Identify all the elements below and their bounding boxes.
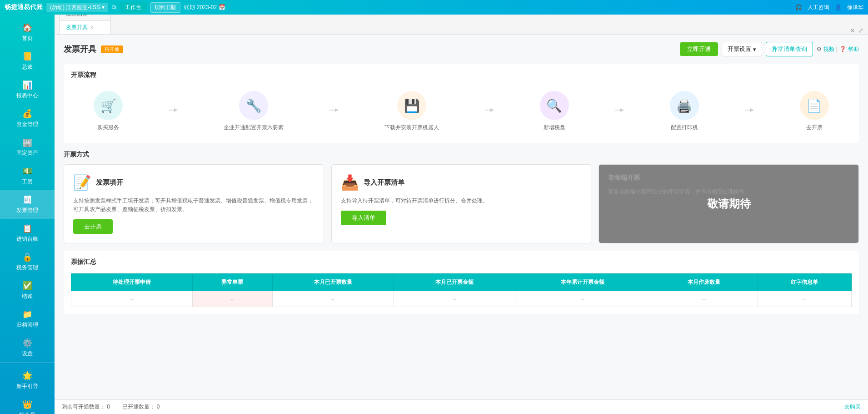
process-step-1[interactable]: 🔧 企业开通配置开票六要素 — [224, 91, 284, 131]
sidebar-icon: 📁 — [22, 309, 32, 319]
sidebar-item-label: 资金管理 — [16, 121, 38, 128]
process-step-5[interactable]: 📄 去开票 — [800, 91, 829, 131]
process-step-0[interactable]: 🛒 购买服务 — [94, 91, 123, 131]
tab-label: 发票测算 — [66, 15, 88, 18]
sidebar-icon: ✅ — [22, 281, 32, 291]
sidebar-item-固定资产[interactable]: 🏢 固定资产 — [0, 133, 55, 162]
close-icon[interactable]: ✕ — [850, 27, 855, 34]
abnormal-query-button[interactable]: 异常清单查询 — [766, 42, 813, 56]
buy-link[interactable]: 去购买 — [844, 403, 861, 411]
sidebar-bottom: 🌟 新手引导 👑 畅会员 📌 取消固定 — [0, 362, 55, 414]
svg-marker-7 — [620, 108, 624, 112]
tab-close-icon[interactable]: × — [90, 15, 93, 16]
svg-marker-3 — [335, 108, 339, 112]
sidebar-item-首页[interactable]: 🏠 首页 — [0, 18, 55, 47]
summary-col-header: 本年累计开票金额 — [515, 274, 650, 291]
process-arrow-icon — [329, 106, 339, 116]
sidebar-icon: 🌟 — [22, 371, 32, 381]
process-step-label: 去开票 — [806, 124, 823, 131]
go-invoice-button[interactable]: 去开票 — [73, 219, 113, 234]
process-step-label: 购买服务 — [97, 124, 119, 131]
process-step-4[interactable]: 🖨️ 配置打印机 — [670, 91, 699, 131]
sidebar-icon: 🧾 — [22, 195, 32, 205]
sidebar-item-label: 新手引导 — [16, 383, 38, 390]
settings-button[interactable]: 开票设置 ▾ — [722, 42, 762, 56]
tab-发票测算[interactable]: 发票测算× — [59, 15, 111, 20]
process-step-icon: 🖨️ — [670, 91, 699, 120]
sidebar-item-工资[interactable]: 💵 工资 — [0, 162, 55, 190]
summary-table: 待处理开票申请异常单票本月已开票数量本月已开票金额本年累计开票金额本月作废数量红… — [71, 273, 852, 307]
status-badge: 待开通 — [101, 45, 123, 53]
sidebar-item-label: 归档管理 — [16, 321, 38, 329]
process-step-label: 下载并安装开票机器人 — [384, 124, 439, 131]
sidebar-item-结账[interactable]: ✅ 结账 — [0, 276, 55, 305]
import-list-button[interactable]: 导入清单 — [341, 211, 386, 225]
svg-marker-9 — [750, 108, 754, 112]
sidebar-icon: 🏠 — [22, 23, 32, 33]
process-arrow-icon — [169, 106, 178, 116]
user-service-label[interactable]: 人工咨询 — [808, 4, 829, 11]
settings-label: 开票设置 — [728, 45, 751, 53]
sidebar-item-label: 进销台账 — [16, 235, 38, 243]
sidebar-item-新手引导[interactable]: 🌟 新手引导 — [0, 366, 55, 395]
company-selector[interactable]: (勿动) 江西服宝-LSS ▾ — [46, 3, 108, 12]
open-now-button[interactable]: 立即开通 — [680, 42, 718, 56]
top-bar-left: 畅捷通易代账 (勿动) 江西服宝-LSS ▾ ⧉ 工作台 切到旧版 账期 202… — [5, 2, 225, 13]
process-step-label: 配置打印机 — [671, 124, 698, 131]
sidebar-item-畅会员[interactable]: 👑 畅会员 — [0, 395, 55, 414]
sidebar-item-资金管理[interactable]: 💰 资金管理 — [0, 104, 55, 133]
help-icon: ❓ — [839, 46, 846, 52]
tab-发票开具[interactable]: 发票开具× — [59, 20, 111, 34]
page-header: 发票开具 待开通 立即开通 开票设置 ▾ 异常清单查询 ⚙ 视频 | ❓ — [64, 42, 859, 56]
sidebar-item-设置[interactable]: ⚙️ 设置 — [0, 333, 55, 362]
expand-icon[interactable]: ⤢ — [858, 27, 863, 34]
view-label[interactable]: 视频 — [823, 45, 834, 53]
calendar-icon[interactable]: 📅 — [219, 4, 225, 10]
svg-marker-1 — [174, 108, 178, 112]
process-step-label: 新增税盘 — [544, 124, 565, 131]
process-step-2[interactable]: 💾 下载并安装开票机器人 — [384, 91, 439, 131]
sidebar-item-税务管理[interactable]: 🔒 税务管理 — [0, 247, 55, 276]
company-name: (勿动) 江西服宝-LSS — [50, 4, 100, 11]
summary-section: 票据汇总 待处理开票申请异常单票本月已开票数量本月已开票金额本年累计开票金额本月… — [64, 251, 859, 314]
sidebar-icon: 📋 — [22, 223, 32, 233]
summary-col-header: 待处理开票申请 — [71, 274, 193, 291]
sidebar-item-发票管理[interactable]: 🧾 发票管理 — [0, 190, 55, 219]
sidebar-icon: 🔒 — [22, 252, 32, 262]
tabs-container: 首页工资表×工资统计报表×发票×发票测算×发票开具× — [59, 15, 111, 34]
sidebar-item-归档管理[interactable]: 📁 归档管理 — [0, 305, 55, 333]
period-label: 账期 — [184, 4, 195, 11]
sidebar-icon: 📒 — [22, 51, 32, 61]
process-arrow-icon — [485, 106, 494, 116]
switch-version-button[interactable]: 切到旧版 — [150, 2, 180, 13]
page-title-area: 发票开具 待开通 — [64, 44, 123, 55]
process-step-icon: 💾 — [397, 91, 426, 120]
summary-col-header: 红字信息单 — [758, 274, 851, 291]
invoice-methods: 📝 发票填开 支持按照发票样式手工填开发票；可开具增值税电子普通发票、增值税普通… — [64, 164, 859, 243]
top-bar-right: 🎧 人工咨询 👤 徐泽华 — [795, 4, 863, 11]
tab-bar: 首页工资表×工资统计报表×发票×发票测算×发票开具× ✕ ⤢ — [55, 15, 868, 35]
tab-close-icon[interactable]: × — [90, 25, 93, 30]
method-card-boss: 老板端开票 查看老板端小程序提交的开票申请，并作出相应处理操作 敬请期待 — [599, 164, 859, 243]
username[interactable]: 徐泽华 — [847, 4, 863, 11]
sidebar-item-报表中心[interactable]: 📊 报表中心 — [0, 76, 55, 104]
period-value: 2023-02 — [197, 4, 217, 10]
workbench-button[interactable]: 工作台 — [120, 2, 147, 13]
chevron-down-icon: ▾ — [102, 4, 105, 10]
sidebar-item-label: 工资 — [22, 178, 33, 186]
sidebar-nav: 🏠 首页 📒 总账 📊 报表中心 💰 资金管理 🏢 固定资产 💵 工资 🧾 发票… — [0, 18, 55, 362]
process-step-3[interactable]: 🔍 新增税盘 — [540, 91, 569, 131]
method-card-manual: 📝 发票填开 支持按照发票样式手工填开发票；可开具增值税电子普通发票、增值税普通… — [64, 164, 324, 243]
import-invoice-title: 导入开票清单 — [364, 178, 404, 187]
page-title: 发票开具 — [64, 44, 96, 55]
method-import-header: 📥 导入开票清单 — [341, 174, 582, 191]
opened-value: 0 — [157, 404, 160, 410]
process-flow-section: 开票流程 🛒 购买服务 🔧 企业开通配置开票六要素 💾 下载并安装开票机器人 🔍… — [64, 64, 859, 143]
sidebar-item-总账[interactable]: 📒 总账 — [0, 47, 55, 76]
sidebar-item-进销台账[interactable]: 📋 进销台账 — [0, 219, 55, 247]
header-actions: 立即开通 开票设置 ▾ 异常清单查询 ⚙ 视频 | ❓ 帮助 — [680, 42, 859, 56]
help-label[interactable]: 帮助 — [848, 45, 859, 53]
manual-invoice-icon: 📝 — [73, 174, 91, 191]
summary-col-header: 本月作废数量 — [650, 274, 758, 291]
process-step-icon: 🛒 — [94, 91, 123, 120]
